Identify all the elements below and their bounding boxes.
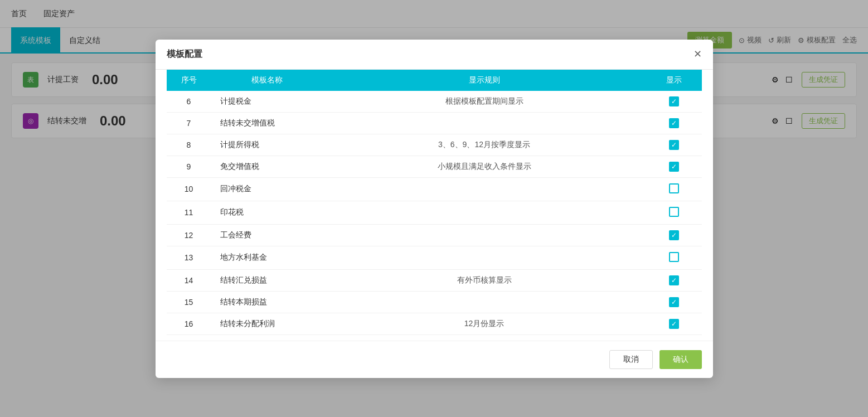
config-table: 序号 模板名称 显示规则 显示 6计提税金根据模板配置期间显示7结转未交增值税8… <box>167 70 702 335</box>
table-body: 6计提税金根据模板配置期间显示7结转未交增值税8计提所得税3、6、9、12月按季… <box>167 91 702 335</box>
cell-check-4 <box>646 177 702 201</box>
cell-rule-3: 小规模且满足收入条件显示 <box>323 156 646 177</box>
cell-check-1 <box>646 112 702 134</box>
col-name: 模板名称 <box>211 70 323 91</box>
modal-body: 序号 模板名称 显示规则 显示 6计提税金根据模板配置期间显示7结转未交增值税8… <box>156 70 713 341</box>
checkbox-4[interactable] <box>669 183 679 193</box>
cell-check-6 <box>646 224 702 246</box>
cell-name-7: 地方水利基金 <box>211 246 323 269</box>
cell-seq-7: 13 <box>167 246 211 269</box>
cell-rule-1 <box>323 112 646 134</box>
cell-name-0: 计提税金 <box>211 91 323 113</box>
table-row: 9免交增值税小规模且满足收入条件显示 <box>167 156 702 177</box>
cancel-button[interactable]: 取消 <box>609 350 653 369</box>
cell-seq-8: 14 <box>167 269 211 291</box>
cell-seq-0: 6 <box>167 91 211 113</box>
table-head: 序号 模板名称 显示规则 显示 <box>167 70 702 91</box>
cell-seq-1: 7 <box>167 112 211 134</box>
cell-rule-10: 12月份显示 <box>323 313 646 334</box>
close-icon[interactable]: ✕ <box>694 49 702 59</box>
cell-check-2 <box>646 134 702 156</box>
checkbox-0[interactable] <box>669 96 679 106</box>
cell-check-9 <box>646 291 702 313</box>
checkbox-3[interactable] <box>669 162 679 172</box>
checkbox-8[interactable] <box>669 275 679 285</box>
cell-seq-2: 8 <box>167 134 211 156</box>
cell-name-10: 结转未分配利润 <box>211 313 323 334</box>
cell-name-8: 结转汇兑损益 <box>211 269 323 291</box>
cell-check-0 <box>646 91 702 113</box>
table-row: 11印花税 <box>167 201 702 224</box>
modal-header: 模板配置 ✕ <box>156 40 713 70</box>
table-header-row: 序号 模板名称 显示规则 显示 <box>167 70 702 91</box>
cell-name-4: 回冲税金 <box>211 177 323 201</box>
cell-rule-5 <box>323 201 646 224</box>
cell-name-5: 印花税 <box>211 201 323 224</box>
checkbox-1[interactable] <box>669 118 679 128</box>
cell-name-6: 工会经费 <box>211 224 323 246</box>
cell-seq-9: 15 <box>167 291 211 313</box>
cell-check-7 <box>646 246 702 269</box>
checkbox-10[interactable] <box>669 319 679 329</box>
modal-overlay: 模板配置 ✕ 序号 模板名称 显示规则 显示 6计提税金根据模板配置期间显示7结… <box>0 0 868 417</box>
table-row: 15结转本期损益 <box>167 291 702 313</box>
cell-rule-9 <box>323 291 646 313</box>
cell-seq-4: 10 <box>167 177 211 201</box>
col-seq: 序号 <box>167 70 211 91</box>
cell-seq-3: 9 <box>167 156 211 177</box>
checkbox-6[interactable] <box>669 230 679 240</box>
cell-rule-4 <box>323 177 646 201</box>
cell-name-2: 计提所得税 <box>211 134 323 156</box>
table-row: 16结转未分配利润12月份显示 <box>167 313 702 334</box>
table-row: 10回冲税金 <box>167 177 702 201</box>
table-row: 6计提税金根据模板配置期间显示 <box>167 91 702 113</box>
cell-seq-6: 12 <box>167 224 211 246</box>
table-row: 14结转汇兑损益有外币核算显示 <box>167 269 702 291</box>
modal-template-config: 模板配置 ✕ 序号 模板名称 显示规则 显示 6计提税金根据模板配置期间显示7结… <box>156 40 713 378</box>
cell-check-8 <box>646 269 702 291</box>
cell-check-5 <box>646 201 702 224</box>
modal-title: 模板配置 <box>167 49 202 60</box>
cell-rule-7 <box>323 246 646 269</box>
cell-seq-10: 16 <box>167 313 211 334</box>
cell-name-1: 结转未交增值税 <box>211 112 323 134</box>
cell-rule-8: 有外币核算显示 <box>323 269 646 291</box>
table-row: 12工会经费 <box>167 224 702 246</box>
cell-rule-6 <box>323 224 646 246</box>
col-display: 显示 <box>646 70 702 91</box>
table-row: 8计提所得税3、6、9、12月按季度显示 <box>167 134 702 156</box>
cell-rule-0: 根据模板配置期间显示 <box>323 91 646 113</box>
checkbox-2[interactable] <box>669 140 679 150</box>
cell-check-10 <box>646 313 702 334</box>
table-row: 13地方水利基金 <box>167 246 702 269</box>
cell-check-3 <box>646 156 702 177</box>
confirm-button[interactable]: 确认 <box>660 350 702 369</box>
table-row: 7结转未交增值税 <box>167 112 702 134</box>
checkbox-9[interactable] <box>669 297 679 307</box>
cell-name-9: 结转本期损益 <box>211 291 323 313</box>
col-rule: 显示规则 <box>323 70 646 91</box>
modal-footer: 取消 确认 <box>156 341 713 378</box>
cell-seq-5: 11 <box>167 201 211 224</box>
cell-name-3: 免交增值税 <box>211 156 323 177</box>
checkbox-7[interactable] <box>669 252 679 262</box>
checkbox-5[interactable] <box>669 207 679 217</box>
cell-rule-2: 3、6、9、12月按季度显示 <box>323 134 646 156</box>
